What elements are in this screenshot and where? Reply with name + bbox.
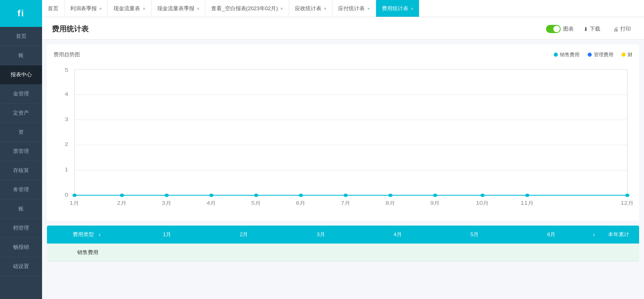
tab-home-label: 首页 [48, 5, 58, 12]
table-row: 销售费用 [47, 244, 639, 261]
chart-toggle[interactable] [546, 25, 561, 33]
tab-receivable-label: 应收统计表 [295, 5, 321, 12]
chart-section: 费用趋势图 销售费用 管理费用 财 [47, 44, 639, 221]
th-cumulative: 本年累计 [598, 231, 639, 238]
svg-point-15 [165, 194, 169, 197]
tab-payable-stat-close[interactable]: × [367, 6, 370, 11]
nav-prev-arrow[interactable]: ‹ [96, 230, 103, 239]
nav-next-arrow[interactable]: › [590, 231, 598, 238]
th-month-3: 3月 [282, 231, 359, 238]
download-button[interactable]: ⬇ 下载 [580, 24, 604, 34]
legend-finance-dot [622, 53, 626, 57]
sidebar-logo: fi [0, 0, 42, 27]
tab-expense-close[interactable]: × [411, 6, 413, 11]
svg-text:2: 2 [65, 142, 68, 147]
svg-text:12月: 12月 [621, 200, 633, 206]
sidebar-item-fund[interactable]: 金管理 [0, 84, 42, 104]
chart-title: 费用趋势图 [53, 51, 80, 58]
th-type: 费用类型 ‹ [47, 230, 129, 239]
th-month-2: 2月 [205, 231, 282, 238]
tab-bar: 首页 利润表季报 × 现金流量表 × 现金流量表季报 × 查看_空白报表(202… [42, 0, 644, 17]
download-icon: ⬇ [584, 26, 588, 32]
main-area: 首页 利润表季报 × 现金流量表 × 现金流量表季报 × 查看_空白报表(202… [42, 0, 644, 299]
legend-admin-dot [588, 53, 592, 57]
th-month-4: 4月 [359, 231, 436, 238]
svg-point-24 [625, 194, 629, 197]
tab-receivable-close[interactable]: × [324, 6, 326, 11]
sidebar-item-archive[interactable]: 档管理 [0, 219, 42, 238]
chart-toggle-container[interactable]: 图表 [546, 25, 574, 33]
svg-text:8月: 8月 [386, 200, 395, 206]
sidebar-item-settings[interactable]: 础设置 [0, 257, 42, 276]
svg-point-14 [120, 194, 124, 197]
tab-home[interactable]: 首页 [42, 0, 65, 17]
sidebar-item-invoice[interactable]: 票管理 [0, 142, 42, 161]
svg-text:2月: 2月 [117, 200, 127, 206]
tab-cashflow-label: 现金流量表 [114, 5, 140, 12]
tab-receivable[interactable]: 应收统计表 × [289, 0, 332, 17]
print-label: 打印 [620, 25, 631, 33]
sidebar-item-inventory[interactable]: 存核算 [0, 161, 42, 180]
tab-cashflow-q-label: 现金流量表季报 [157, 5, 194, 12]
svg-point-21 [433, 194, 437, 197]
svg-text:9月: 9月 [430, 200, 440, 206]
print-icon: 🖨 [613, 26, 619, 32]
tab-check-blank[interactable]: 查看_空白报表(2023年02月) × [205, 0, 289, 17]
th-month-1: 1月 [129, 231, 205, 238]
print-button[interactable]: 🖨 打印 [610, 24, 634, 34]
table-header: 费用类型 ‹ 1月 2月 3月 4月 5月 6月 › 本年累计 [47, 226, 639, 244]
svg-point-22 [480, 194, 484, 197]
sidebar-item-assets[interactable]: 定资产 [0, 104, 42, 123]
chart-container: 0 1 2 3 4 5 [53, 63, 633, 214]
legend-sales-label: 销售费用 [560, 51, 579, 58]
svg-point-20 [388, 194, 392, 197]
expense-table: 费用类型 ‹ 1月 2月 3月 4月 5月 6月 › 本年累计 销售费用 [47, 226, 639, 261]
sidebar-item-account[interactable]: 账 [0, 46, 42, 65]
th-type-label: 费用类型 [73, 231, 94, 238]
sidebar-item-payable[interactable]: 账 [0, 199, 42, 219]
tab-profit-label: 利润表季报 [70, 5, 97, 12]
tab-check-blank-close[interactable]: × [281, 6, 283, 11]
tab-cashflow-q[interactable]: 现金流量表季报 × [152, 0, 205, 17]
legend-admin: 管理费用 [588, 51, 613, 58]
tab-profit-close[interactable]: × [99, 6, 102, 11]
chart-header: 费用趋势图 销售费用 管理费用 财 [53, 51, 633, 58]
svg-text:5: 5 [65, 67, 68, 73]
svg-point-19 [343, 194, 348, 197]
sidebar-item-salary[interactable]: 资 [0, 123, 42, 142]
svg-text:6月: 6月 [296, 200, 306, 206]
legend-sales: 销售费用 [554, 51, 579, 58]
sidebar-item-refund[interactable]: 畅报销 [0, 238, 42, 257]
tab-cashflow-q-close[interactable]: × [197, 6, 199, 11]
legend-finance-label: 财 [628, 51, 633, 58]
tab-payable-stat-label: 应付统计表 [338, 5, 365, 12]
page-title: 费用统计表 [52, 24, 89, 34]
tab-check-blank-label: 查看_空白报表(2023年02月) [211, 5, 278, 12]
chart-svg: 0 1 2 3 4 5 [53, 63, 633, 214]
svg-point-17 [254, 194, 258, 197]
chart-toggle-label: 图表 [563, 25, 574, 33]
sidebar-item-report[interactable]: 报表中心 [0, 65, 42, 84]
td-type-sales: 销售费用 [47, 249, 129, 256]
th-month-6: 6月 [513, 231, 590, 238]
tab-cashflow-close[interactable]: × [143, 6, 145, 11]
tab-expense[interactable]: 费用统计表 × [376, 0, 419, 17]
sidebar-item-home[interactable]: 首页 [0, 27, 42, 46]
svg-point-18 [299, 194, 303, 197]
svg-text:10月: 10月 [476, 200, 489, 206]
sidebar: fi 首页 账 报表中心 金管理 定资产 资 票管理 存核算 务管理 账 档管理… [0, 0, 42, 299]
tab-profit[interactable]: 利润表季报 × [65, 0, 108, 17]
svg-text:4: 4 [65, 91, 68, 97]
tab-payable-stat[interactable]: 应付统计表 × [332, 0, 376, 17]
tab-cashflow[interactable]: 现金流量表 × [108, 0, 151, 17]
chart-legend: 销售费用 管理费用 财 [554, 51, 633, 58]
legend-admin-label: 管理费用 [594, 51, 613, 58]
svg-point-23 [525, 194, 529, 197]
sidebar-item-service[interactable]: 务管理 [0, 180, 42, 199]
header-actions: 图表 ⬇ 下载 🖨 打印 [546, 24, 634, 34]
svg-text:7月: 7月 [341, 200, 350, 206]
svg-text:5月: 5月 [251, 200, 261, 206]
svg-rect-12 [75, 69, 628, 195]
page-header: 费用统计表 图表 ⬇ 下载 🖨 打印 [42, 17, 644, 40]
legend-finance: 财 [622, 51, 633, 58]
